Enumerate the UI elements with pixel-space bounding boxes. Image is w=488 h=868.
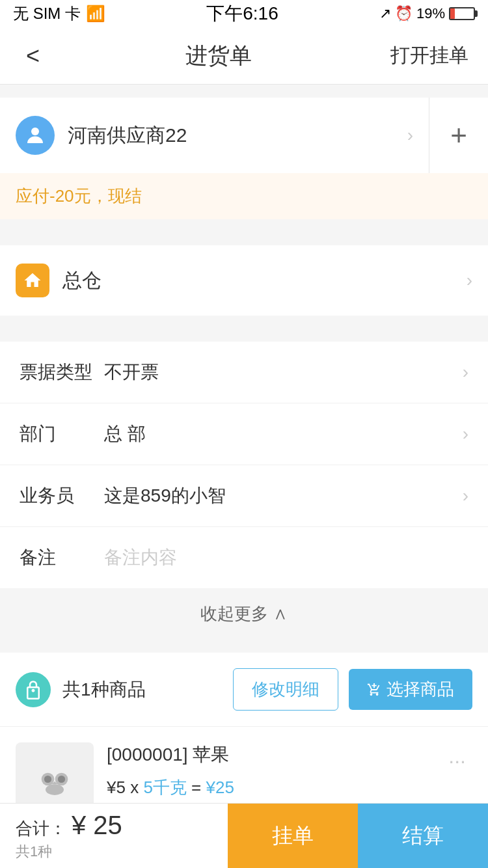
product-name: [0000001] 苹果: [107, 742, 442, 767]
warehouse-selector[interactable]: 总仓 ›: [0, 245, 488, 316]
edit-detail-button[interactable]: 修改明细: [233, 668, 338, 711]
salesperson-value: 这是859的小智: [104, 483, 463, 508]
invoice-type-value: 不开票: [104, 360, 463, 385]
svg-point-0: [31, 128, 39, 135]
salesperson-row[interactable]: 业务员 这是859的小智 ›: [0, 465, 488, 527]
invoice-type-label: 票据类型: [20, 360, 104, 385]
supplier-section: 河南供应商22 › +: [0, 98, 488, 173]
battery-icon: [449, 7, 475, 20]
remark-label: 备注: [20, 545, 104, 570]
nav-bar: < 进货单 打开挂单: [0, 27, 488, 85]
collapse-button[interactable]: 收起更多 ∧: [0, 588, 488, 640]
equals: =: [191, 778, 206, 797]
status-right: ↗ ⏰ 19%: [379, 5, 475, 22]
supplier-name: 河南供应商22: [68, 122, 401, 149]
warehouse-name: 总仓: [62, 267, 467, 294]
product-code: [0000001] 苹果: [107, 744, 229, 765]
department-chevron-icon: ›: [463, 424, 468, 444]
supplier-selector[interactable]: 河南供应商22 ›: [0, 98, 429, 173]
bottom-bar: 合计： ¥ 25 共1种 挂单 结算: [0, 803, 488, 868]
total-label: 合计：: [16, 817, 66, 840]
page-title: 进货单: [185, 41, 252, 71]
pending-button[interactable]: 挂单: [228, 804, 358, 868]
status-bar: 无 SIM 卡 📶 下午6:16 ↗ ⏰ 19%: [0, 0, 488, 27]
svg-point-4: [58, 776, 65, 783]
warehouse-icon: [16, 264, 49, 297]
total-section: 合计： ¥ 25 共1种: [0, 804, 228, 868]
supplier-chevron-icon: ›: [407, 125, 413, 146]
home-icon: [23, 271, 42, 290]
cart-plus-icon: [367, 683, 381, 697]
info-banner: 应付-20元，现结: [0, 173, 488, 219]
product-details: [0000001] 苹果 ¥5 x 5千克 = ¥25: [107, 742, 442, 799]
svg-point-5: [46, 784, 64, 795]
quantity: 5千克: [143, 778, 186, 797]
invoice-type-row[interactable]: 票据类型 不开票 ›: [0, 342, 488, 403]
department-label: 部门: [20, 422, 104, 446]
section-gap-2: [0, 219, 488, 232]
total-count: 共1种: [16, 840, 212, 861]
status-time: 下午6:16: [206, 1, 278, 26]
wifi-icon: 📶: [86, 5, 105, 23]
subtotal: ¥25: [206, 778, 234, 797]
select-product-label: 选择商品: [386, 678, 454, 701]
total-amount: ¥ 25: [72, 811, 122, 840]
back-button[interactable]: <: [20, 36, 46, 76]
product-more-button[interactable]: ···: [442, 742, 472, 780]
remark-input[interactable]: 备注内容: [104, 545, 468, 570]
section-gap-3: [0, 316, 488, 329]
remark-row[interactable]: 备注 备注内容: [0, 527, 488, 588]
add-supplier-button[interactable]: +: [429, 98, 488, 173]
open-pending-button[interactable]: 打开挂单: [390, 42, 468, 69]
product-section-icon: [16, 672, 51, 707]
person-icon: [23, 124, 47, 147]
select-product-button[interactable]: 选择商品: [349, 669, 472, 710]
product-price-row: ¥5 x 5千克 = ¥25: [107, 776, 442, 799]
section-gap-1: [0, 85, 488, 98]
carrier-label: 无 SIM 卡: [13, 3, 81, 24]
salesperson-label: 业务员: [20, 483, 104, 508]
department-value: 总 部: [104, 422, 463, 446]
svg-point-3: [44, 776, 51, 783]
battery-fill: [450, 8, 455, 19]
unit-price: ¥5 x: [107, 778, 143, 797]
invoice-type-chevron-icon: ›: [463, 362, 468, 383]
alarm-icon: ⏰: [395, 5, 413, 22]
checkout-button[interactable]: 结算: [358, 804, 488, 868]
salesperson-chevron-icon: ›: [463, 485, 468, 506]
product-count-label: 共1种商品: [62, 677, 233, 702]
warehouse-chevron-icon: ›: [467, 270, 472, 291]
status-left: 无 SIM 卡 📶: [13, 3, 105, 24]
product-owl-logo: [32, 759, 77, 804]
bag-icon: [23, 680, 43, 699]
supplier-avatar: [16, 116, 55, 155]
department-row[interactable]: 部门 总 部 ›: [0, 403, 488, 465]
total-row: 合计： ¥ 25: [16, 811, 212, 840]
battery-percent: 19%: [416, 5, 445, 22]
form-section: 票据类型 不开票 › 部门 总 部 › 业务员 这是859的小智 › 备注 备注…: [0, 342, 488, 588]
location-icon: ↗: [379, 5, 391, 22]
product-header: 共1种商品 修改明细 选择商品: [0, 653, 488, 727]
warehouse-section: 总仓 ›: [0, 245, 488, 316]
